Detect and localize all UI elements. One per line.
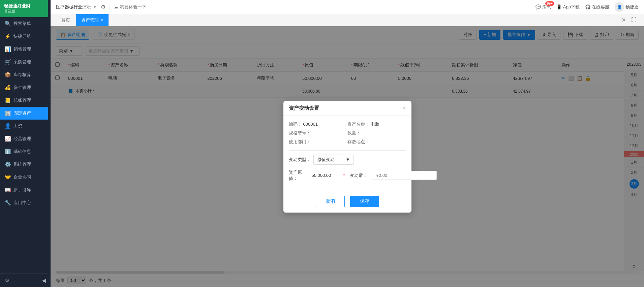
settings-icon[interactable]: ⚙ xyxy=(5,277,9,284)
change-type-field: 变动类型： 原值变动 ▼ xyxy=(289,155,406,165)
sidebar-item-基础信息[interactable]: ℹ️基础信息 xyxy=(0,145,51,158)
modal-department-field: 使用部门： xyxy=(289,139,347,145)
main-area: 医疗器械行业演示 ▼ ⚙ ☁ 我要体验一下 💬 消息 99+ 📱 App下载 🎧… xyxy=(51,0,644,287)
menu-label: 资金管理 xyxy=(13,85,31,91)
modal-spec-field: 规格型号： xyxy=(289,130,347,136)
asset-value-label: 资产原值： xyxy=(289,169,309,182)
company-name: 医疗器械行业演示 xyxy=(56,4,91,10)
change-type-label: 变动类型： xyxy=(289,157,311,163)
sidebar-nav: 🔍搜索菜单⚡快捷导航📊销售管理🛒采购管理📦库存核算💰资金管理📒总账管理🏢固定资产… xyxy=(0,17,51,274)
sidebar-item-销售管理[interactable]: 📊销售管理 xyxy=(0,43,51,56)
spec-label: 规格型号： xyxy=(289,130,311,136)
code-label: 编码： xyxy=(289,121,302,127)
sidebar-item-系统管理[interactable]: ⚙️系统管理 xyxy=(0,158,51,171)
menu-icon: 📦 xyxy=(5,72,11,78)
code-value: 000001 xyxy=(303,122,318,127)
topbar: 医疗器械行业演示 ▼ ⚙ ☁ 我要体验一下 💬 消息 99+ 📱 App下载 🎧… xyxy=(51,0,644,14)
experience-button[interactable]: ☁ 我要体验一下 xyxy=(114,4,146,10)
menu-icon: 📖 xyxy=(5,187,11,193)
tab-home[interactable]: 首页 xyxy=(56,14,76,26)
modal-divider xyxy=(289,150,406,151)
sidebar-item-总账管理[interactable]: 📒总账管理 xyxy=(0,94,51,107)
tab-close-icon[interactable]: × xyxy=(101,18,103,23)
sidebar-bottom: ⚙ ◀ xyxy=(0,274,51,287)
company-selector[interactable]: 医疗器械行业演示 ▼ xyxy=(56,4,97,10)
location-label: 存放地点： xyxy=(347,139,369,145)
menu-icon: ⚡ xyxy=(5,33,11,39)
menu-label: 工资 xyxy=(13,123,22,129)
menu-icon: 📈 xyxy=(5,136,11,142)
menu-label: 快捷导航 xyxy=(13,33,31,39)
modal-location-field: 存放地点： xyxy=(347,139,406,145)
tabbar: 首页 资产管理 × ✕ ⛶ xyxy=(51,14,644,26)
change-type-select[interactable]: 原值变动 ▼ xyxy=(313,155,354,165)
menu-icon: 📒 xyxy=(5,97,11,103)
message-button[interactable]: 💬 消息 99+ xyxy=(535,4,551,10)
menu-label: 企业协同 xyxy=(13,174,31,180)
sidebar-item-经营管理[interactable]: 📈经营管理 xyxy=(0,132,51,145)
collapse-icon[interactable]: ◀ xyxy=(42,277,46,284)
save-button[interactable]: 保存 xyxy=(350,196,379,207)
after-change-input[interactable] xyxy=(373,171,437,180)
sidebar-item-搜索菜单[interactable]: 🔍搜索菜单 xyxy=(0,17,51,30)
user-profile[interactable]: 👤 畅捷通 xyxy=(615,2,639,12)
modal-code-field: 编码： 000001 xyxy=(289,121,347,127)
menu-label: 销售管理 xyxy=(13,46,31,52)
sidebar-item-固定资产[interactable]: 🏢固定资产 xyxy=(0,107,51,120)
modal-overlay: 资产变动设置 × 编码： 000001 资产名称： 电脑 xyxy=(51,26,644,287)
sidebar-item-新手引导[interactable]: 📖新手引导 xyxy=(0,184,51,196)
after-change-label: 变动后： xyxy=(350,172,370,179)
change-type-value: 原值变动 xyxy=(317,157,335,163)
sidebar-logo: 畅捷通好业财 普及版 xyxy=(0,0,51,17)
content-area: 📋 资产明细 📄 变更生成凭证 对账 + 新增 批量操作 xyxy=(51,26,644,287)
window-expand-icon[interactable]: ⛶ xyxy=(629,17,639,23)
tab-home-label: 首页 xyxy=(61,17,70,23)
menu-icon: 🔍 xyxy=(5,21,11,27)
modal-title: 资产变动设置 xyxy=(289,105,319,111)
online-service-label: 在线客服 xyxy=(592,4,609,10)
sidebar-item-工资[interactable]: 👤工资 xyxy=(0,120,51,132)
req-star-icon: * xyxy=(343,173,345,178)
message-badge: 99+ xyxy=(545,1,554,6)
menu-label: 采购管理 xyxy=(13,59,31,65)
sidebar-item-快捷导航[interactable]: ⚡快捷导航 xyxy=(0,30,51,43)
sidebar-item-库存核算[interactable]: 📦库存核算 xyxy=(0,68,51,81)
asset-value-field: 资产原值： 50,000.00 * 变动后： xyxy=(289,169,406,182)
menu-icon: 🏢 xyxy=(5,110,11,116)
modal-header: 资产变动设置 × xyxy=(283,101,411,116)
experience-label: 我要体验一下 xyxy=(120,4,146,10)
menu-label: 基础信息 xyxy=(13,149,31,155)
asset-name-label: 资产名称： xyxy=(347,121,369,127)
menu-label: 经营管理 xyxy=(13,136,31,142)
menu-icon: ℹ️ xyxy=(5,149,11,155)
window-close-icon[interactable]: ✕ xyxy=(619,17,628,23)
modal-close-icon[interactable]: × xyxy=(403,105,406,111)
sidebar-item-企业协同[interactable]: 🤝企业协同 xyxy=(0,171,51,184)
divider xyxy=(110,4,110,10)
menu-icon: ⚙️ xyxy=(5,161,11,167)
sidebar-item-应用中心[interactable]: 🔧应用中心 xyxy=(0,196,51,209)
tab-asset-label: 资产管理 xyxy=(81,17,99,23)
settings-icon[interactable]: ⚙ xyxy=(101,4,105,10)
menu-icon: 🤝 xyxy=(5,174,11,180)
tab-asset-management[interactable]: 资产管理 × xyxy=(76,14,109,26)
download-icon: 📱 xyxy=(556,4,562,9)
asset-value-display: 50,000.00 xyxy=(312,173,339,178)
asset-name-value: 电脑 xyxy=(371,121,379,127)
sidebar-item-资金管理[interactable]: 💰资金管理 xyxy=(0,81,51,94)
menu-label: 应用中心 xyxy=(13,200,31,206)
experience-icon: ☁ xyxy=(114,4,118,9)
cancel-button[interactable]: 取消 xyxy=(316,196,345,207)
topbar-right: 💬 消息 99+ 📱 App下载 🎧 在线客服 👤 畅捷通 xyxy=(535,2,639,12)
menu-label: 总账管理 xyxy=(13,97,31,103)
sidebar: 畅捷通好业财 普及版 🔍搜索菜单⚡快捷导航📊销售管理🛒采购管理📦库存核算💰资金管… xyxy=(0,0,51,287)
modal-asset-name-field: 资产名称： 电脑 xyxy=(347,121,406,127)
menu-icon: 💰 xyxy=(5,85,11,91)
service-icon: 🎧 xyxy=(585,4,590,9)
online-service-button[interactable]: 🎧 在线客服 xyxy=(585,4,609,10)
modal-footer: 取消 保存 xyxy=(283,192,411,213)
sidebar-item-采购管理[interactable]: 🛒采购管理 xyxy=(0,56,51,68)
app-download-button[interactable]: 📱 App下载 xyxy=(556,4,580,10)
modal-body: 编码： 000001 资产名称： 电脑 规格型号： xyxy=(283,116,411,192)
menu-label: 搜索菜单 xyxy=(13,21,31,27)
